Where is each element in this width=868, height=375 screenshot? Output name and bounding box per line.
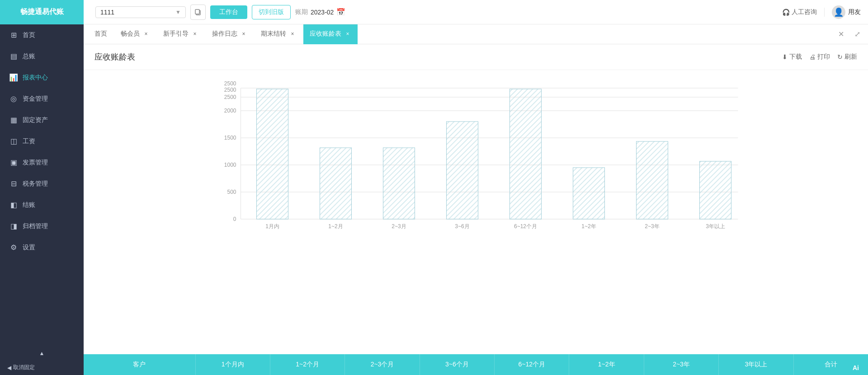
sidebar-item-label: 首页 (23, 31, 35, 39)
download-button[interactable]: ⬇ 下载 (782, 53, 802, 61)
period-value: 2023-02 (311, 9, 334, 16)
table-header: 客户 1个月内 1~2个月 2~3个月 3~6个月 6~12个月 (84, 354, 868, 375)
period-label: 账期 (295, 8, 308, 16)
svg-text:2500: 2500 (224, 87, 236, 93)
calendar-icon[interactable]: 📅 (336, 8, 345, 16)
bar-6 (573, 168, 605, 219)
th-3year-plus: 3年以上 (719, 354, 793, 375)
bar-7 (637, 141, 668, 219)
tab-close-icon[interactable]: × (191, 30, 198, 38)
header-right: 🎧 人工咨询 👤 用友 (782, 5, 861, 19)
period-area: 账期 2023-02 📅 (295, 8, 345, 16)
bar-chart: 0 500 1000 1500 2000 2500 2500 2500 (97, 79, 854, 242)
ai-badge[interactable]: Ai (844, 361, 868, 375)
tab-close-icon[interactable]: × (344, 30, 351, 38)
chart-container: 0 500 1000 1500 2000 2500 2500 2500 (97, 79, 854, 242)
sidebar-item-settings[interactable]: ⚙ 设置 (0, 237, 84, 258)
cancel-fixed-button[interactable]: ◀ 取消固定 (0, 360, 84, 375)
pin-icon: ◀ (7, 365, 11, 371)
chevron-down-icon: ▼ (175, 9, 181, 15)
close-tab-button[interactable]: ✕ (835, 28, 847, 41)
sidebar-item-salary[interactable]: ◫ 工资 (0, 131, 84, 152)
bar-5 (510, 89, 542, 219)
chart-area: 0 500 1000 1500 2000 2500 2500 2500 (84, 70, 868, 354)
reports-icon: 📊 (9, 73, 18, 82)
svg-text:1~2年: 1~2年 (581, 223, 596, 230)
tab-close-icon[interactable]: × (142, 30, 150, 38)
th-6-12month: 6~12个月 (495, 354, 569, 375)
svg-text:500: 500 (227, 189, 236, 195)
page-actions: ⬇ 下载 🖨 打印 ↻ 刷新 (782, 53, 857, 61)
archive-icon: ◨ (9, 222, 18, 230)
sidebar-scroll-up[interactable]: ▲ (0, 347, 84, 360)
sidebar-item-archive[interactable]: ◨ 归档管理 (0, 216, 84, 237)
tab-close-icon[interactable]: × (240, 30, 247, 38)
tab-label: 应收账龄表 (310, 30, 341, 38)
bar-2 (320, 148, 352, 219)
sidebar-item-home[interactable]: ⊞ 首页 (0, 24, 84, 46)
cancel-fixed-label: 取消固定 (13, 364, 35, 371)
sidebar-item-invoice[interactable]: ▣ 发票管理 (0, 152, 84, 173)
sidebar-nav: ⊞ 首页 ▤ 总账 📊 报表中心 ◎ 资金管理 ▦ 固定资产 ◫ 工资 (0, 24, 84, 347)
svg-text:1000: 1000 (224, 162, 236, 168)
th-1month: 1个月内 (196, 354, 270, 375)
sidebar-item-ledger[interactable]: ▤ 总账 (0, 46, 84, 67)
tab-guide[interactable]: 新手引导 × (157, 24, 205, 44)
svg-rect-1 (195, 9, 199, 14)
th-3-6month: 3~6个月 (420, 354, 495, 375)
th-2-3year: 2~3年 (644, 354, 719, 375)
checkout-icon: ◧ (9, 201, 18, 209)
home-icon: ⊞ (9, 31, 18, 39)
tab-oplog[interactable]: 操作日志 × (206, 24, 254, 44)
page-content: 应收账龄表 ⬇ 下载 🖨 打印 ↻ 刷新 (84, 44, 868, 375)
svg-text:1月内: 1月内 (265, 223, 279, 230)
svg-text:2000: 2000 (224, 108, 236, 114)
svg-text:2500: 2500 (224, 80, 236, 87)
sidebar-item-label: 总账 (23, 52, 35, 61)
sidebar-item-label: 发票管理 (23, 159, 48, 167)
consult-button[interactable]: 🎧 人工咨询 (782, 8, 817, 16)
print-button[interactable]: 🖨 打印 (809, 53, 830, 61)
sidebar-item-funds[interactable]: ◎ 资金管理 (0, 88, 84, 109)
sidebar-item-checkout[interactable]: ◧ 结账 (0, 194, 84, 216)
sidebar-item-label: 资金管理 (23, 95, 48, 103)
refresh-icon: ↻ (837, 53, 843, 61)
sidebar-item-tax[interactable]: ⊟ 税务管理 (0, 173, 84, 194)
refresh-button[interactable]: ↻ 刷新 (837, 53, 857, 61)
switch-version-button[interactable]: 切到旧版 (252, 5, 291, 19)
sidebar-item-reports[interactable]: 📊 报表中心 (0, 67, 84, 88)
download-icon: ⬇ (782, 53, 788, 61)
bar-3 (383, 148, 415, 219)
th-1-2year: 1~2年 (569, 354, 644, 375)
svg-text:2500: 2500 (224, 94, 236, 100)
tab-close-icon[interactable]: × (289, 30, 296, 38)
workbench-button[interactable]: 工作台 (210, 5, 247, 19)
company-selector[interactable]: 1111 ▼ (95, 6, 186, 18)
assets-icon: ▦ (9, 116, 18, 124)
user-area[interactable]: 👤 用友 (832, 5, 861, 19)
tab-label: 首页 (94, 30, 107, 38)
tab-home[interactable]: 首页 (88, 24, 113, 44)
avatar: 👤 (832, 5, 845, 19)
ledger-icon: ▤ (9, 52, 18, 61)
page-header: 应收账龄表 ⬇ 下载 🖨 打印 ↻ 刷新 (84, 44, 868, 70)
tab-period-end[interactable]: 期末结转 × (255, 24, 302, 44)
consult-label: 人工咨询 (792, 8, 817, 16)
page-title: 应收账龄表 (94, 52, 135, 62)
tab-member[interactable]: 畅会员 × (114, 24, 156, 44)
sidebar-item-assets[interactable]: ▦ 固定资产 (0, 109, 84, 131)
tax-icon: ⊟ (9, 179, 18, 188)
salary-icon: ◫ (9, 137, 18, 145)
expand-tab-button[interactable]: ⤢ (851, 28, 863, 41)
tab-aging[interactable]: 应收账龄表 × (303, 24, 358, 44)
copy-button[interactable] (190, 5, 206, 20)
top-header: 畅捷通易代账 1111 ▼ 工作台 切到旧版 账期 2023-02 📅 🎧 人工… (0, 0, 868, 24)
sidebar-item-label: 税务管理 (23, 180, 48, 188)
sidebar-item-label: 固定资产 (23, 116, 48, 124)
svg-text:2~3年: 2~3年 (645, 223, 659, 230)
tab-label: 新手引导 (163, 30, 189, 38)
funds-icon: ◎ (9, 94, 18, 103)
svg-text:6~12个月: 6~12个月 (514, 223, 537, 230)
bar-4 (447, 122, 478, 219)
sidebar-item-label: 归档管理 (23, 222, 48, 230)
